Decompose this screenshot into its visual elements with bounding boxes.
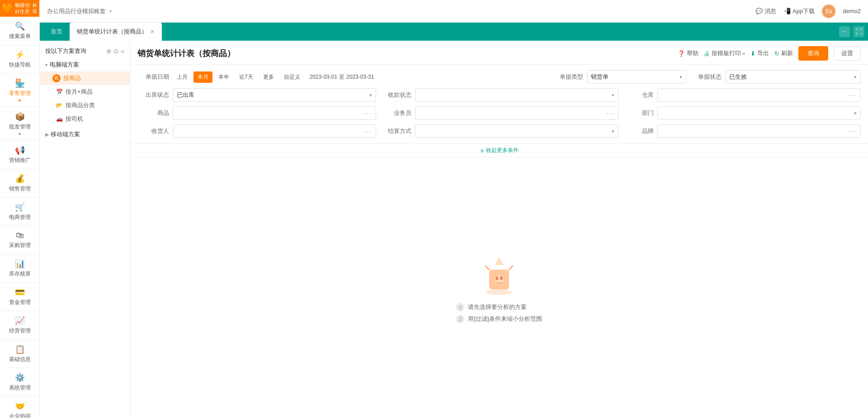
edit-plan-icon[interactable]: ⊙ bbox=[113, 48, 119, 55]
query-button[interactable]: 查询 bbox=[798, 46, 828, 61]
breadcrumb-dropdown-icon[interactable]: ▾ bbox=[109, 9, 112, 14]
sidebar: 🧡 畅捷信好生意 标版 🔍 搜索菜单 ⚡ 快捷导航 🏪 零售管理 ▲ 📦 批发管… bbox=[0, 0, 40, 418]
operation-icon: 📈 bbox=[15, 316, 25, 326]
top-header: 办公用品行业模拟账套 ▾ 💬 消息 📲 App下载 Ea demo2 bbox=[40, 0, 868, 23]
tab-close-icon[interactable]: ✕ bbox=[150, 28, 155, 35]
sidebar-item-retail[interactable]: 🏪 零售管理 ▲ bbox=[0, 74, 39, 107]
sidebar-item-inventory[interactable]: 📊 库存核算 bbox=[0, 254, 39, 283]
page-header: 销货单统计计表（按商品） ❓ 帮助 🖨 按模板打印 ▾ ⬇ 导出 bbox=[130, 41, 868, 65]
sidebar-item-ecommerce[interactable]: 🛒 电商管理 bbox=[0, 198, 39, 226]
export-btn[interactable]: ⬇ 导出 bbox=[750, 49, 769, 57]
refresh-btn[interactable]: ↻ 刷新 bbox=[774, 49, 793, 57]
doc-type-select[interactable]: 销货单 ▾ bbox=[587, 70, 686, 84]
goods-input[interactable]: ··· bbox=[173, 106, 376, 120]
svg-point-4 bbox=[495, 276, 498, 280]
date-btn-more[interactable]: 更多 bbox=[259, 71, 278, 83]
plan-subitem-driver[interactable]: 🚗 按司机 bbox=[40, 112, 130, 126]
sidebar-item-quicknav[interactable]: ⚡ 快捷导航 bbox=[0, 45, 39, 74]
plan-subitem-goods-category[interactable]: 📂 按商品分类 bbox=[40, 99, 130, 112]
date-btn-thisyear[interactable]: 本年 bbox=[214, 71, 233, 83]
sidebar-item-sales[interactable]: 💰 销售管理 bbox=[0, 169, 39, 198]
doc-status-label: 单据状态 bbox=[690, 73, 722, 81]
svg-line-6 bbox=[486, 266, 489, 270]
dept-select[interactable]: ▾ bbox=[657, 106, 861, 120]
subitem-icon-month: 📅 bbox=[56, 89, 63, 95]
sidebar-logo: 🧡 畅捷信好生意 标版 bbox=[0, 0, 39, 17]
desktop-group-header[interactable]: ▾ 电脑端方案 bbox=[40, 58, 130, 71]
filter-row-1: 单据日期 上月 本月 本年 近7天 更多 自定义 2023-03-01 至 20… bbox=[137, 70, 861, 84]
refresh-icon: ↻ bbox=[774, 50, 779, 57]
svg-point-0 bbox=[486, 290, 513, 295]
sidebar-item-operation[interactable]: 📈 经营管理 bbox=[0, 311, 39, 340]
tab-sales-stats[interactable]: 销货单统计计表（按商品） ✕ bbox=[70, 23, 162, 41]
page-actions: ❓ 帮助 🖨 按模板打印 ▾ ⬇ 导出 ↻ 刷新 bbox=[678, 46, 861, 61]
settings-button[interactable]: 设置 bbox=[834, 46, 861, 61]
sidebar-item-finance[interactable]: 💳 资金管理 bbox=[0, 283, 39, 311]
tab-maximize-btn[interactable]: ⛶ bbox=[854, 26, 864, 37]
out-status-label: 出库状态 bbox=[137, 91, 169, 99]
collapse-bar[interactable]: ∧ 收起更多条件 bbox=[130, 144, 868, 157]
svg-line-7 bbox=[509, 266, 513, 270]
tab-minimize-btn[interactable]: － bbox=[839, 26, 850, 37]
plan-subitem-month-goods[interactable]: 📅 按月+商品 bbox=[40, 85, 130, 99]
brand-input[interactable]: ··· bbox=[657, 124, 861, 138]
date-btn-7days[interactable]: 近7天 bbox=[235, 71, 257, 83]
content-area: 按以下方案查询 ⊕ ⊙ « ▾ 电脑端方案 商 按商品 📅 按 bbox=[40, 41, 868, 418]
retail-icon: 🏪 bbox=[15, 78, 25, 88]
add-plan-icon[interactable]: ⊕ bbox=[106, 48, 112, 55]
quicknav-icon: ⚡ bbox=[15, 50, 25, 60]
date-btn-lastmonth[interactable]: 上月 bbox=[173, 71, 192, 83]
date-input-range: 2023-03-01 至 2023-03-31 bbox=[310, 73, 374, 81]
message-btn[interactable]: 💬 消息 bbox=[755, 7, 776, 15]
help-icon: ❓ bbox=[678, 50, 685, 57]
doc-status-select[interactable]: 已生效 ▾ bbox=[725, 70, 861, 84]
filter-area: 单据日期 上月 本月 本年 近7天 更多 自定义 2023-03-01 至 20… bbox=[130, 65, 868, 144]
settle-select[interactable]: ▾ bbox=[415, 124, 618, 138]
date-to: 2023-03-31 bbox=[346, 74, 374, 80]
help-btn[interactable]: ❓ 帮助 bbox=[678, 49, 698, 57]
collapse-icon: ∧ bbox=[480, 147, 484, 154]
enterprise-icon: 🤝 bbox=[15, 401, 25, 411]
left-panel: 按以下方案查询 ⊕ ⊙ « ▾ 电脑端方案 商 按商品 📅 按 bbox=[40, 41, 130, 418]
main-area: 办公用品行业模拟账套 ▾ 💬 消息 📲 App下载 Ea demo2 首页 销货… bbox=[40, 0, 868, 418]
salesman-input[interactable]: ··· bbox=[415, 106, 618, 120]
print-btn[interactable]: 🖨 按模板打印 ▾ bbox=[704, 49, 745, 57]
goods-label: 商品 bbox=[137, 109, 169, 117]
recv-status-arrow-icon: ▾ bbox=[612, 92, 614, 98]
empty-step-1: 1 请先选择要分析的方案 bbox=[456, 303, 542, 311]
sidebar-item-marketing[interactable]: 📢 营销推广 bbox=[0, 141, 39, 169]
empty-text: 1 请先选择要分析的方案 2 用[过滤]条件来缩小分析范围 bbox=[456, 303, 542, 323]
sidebar-item-wholesale[interactable]: 📦 批发管理 ▲ bbox=[0, 107, 39, 141]
doc-status-value: 已生效 bbox=[729, 73, 747, 81]
wholesale-icon: 📦 bbox=[15, 112, 25, 122]
sidebar-item-purchase[interactable]: 🛍 采购管理 bbox=[0, 226, 39, 254]
mobile-group-header[interactable]: ▶ 移动端方案 bbox=[40, 128, 130, 141]
system-icon: ⚙️ bbox=[15, 373, 25, 383]
sidebar-item-system[interactable]: ⚙️ 系统管理 bbox=[0, 368, 39, 397]
sidebar-item-search[interactable]: 🔍 搜索菜单 bbox=[0, 17, 39, 45]
page-title: 销货单统计计表（按商品） bbox=[137, 48, 235, 59]
date-from: 2023-03-01 bbox=[310, 74, 337, 80]
app-download-btn[interactable]: 📲 App下载 bbox=[783, 7, 815, 15]
plan-item-by-goods[interactable]: 商 按商品 bbox=[40, 71, 130, 85]
tab-home[interactable]: 首页 bbox=[43, 23, 70, 41]
sidebar-item-enterprise[interactable]: 🤝 企业协同 bbox=[0, 397, 39, 418]
basic-icon: 📋 bbox=[15, 344, 25, 354]
avatar[interactable]: Ea bbox=[822, 5, 835, 18]
warehouse-input[interactable]: ··· bbox=[657, 88, 861, 102]
consignee-input[interactable]: ··· bbox=[173, 124, 376, 138]
breadcrumb-text: 办公用品行业模拟账套 bbox=[47, 7, 106, 15]
date-btn-custom[interactable]: 自定义 bbox=[280, 71, 304, 83]
recv-status-select[interactable]: ▾ bbox=[415, 88, 618, 102]
sidebar-item-basic[interactable]: 📋 基础信息 bbox=[0, 340, 39, 368]
doc-type-value: 销货单 bbox=[591, 73, 609, 81]
tab-bar: 首页 销货单统计计表（按商品） ✕ － ⛶ bbox=[40, 23, 868, 41]
date-btn-thismonth[interactable]: 本月 bbox=[193, 71, 212, 83]
right-panel: 销货单统计计表（按商品） ❓ 帮助 🖨 按模板打印 ▾ ⬇ 导出 bbox=[130, 41, 868, 418]
step-num-2: 2 bbox=[456, 315, 464, 323]
out-status-select[interactable]: 已出库 ▾ bbox=[173, 88, 376, 102]
salesman-label: 业务员 bbox=[380, 109, 411, 117]
collapse-panel-icon[interactable]: « bbox=[121, 48, 124, 55]
dept-label: 部门 bbox=[622, 109, 654, 117]
brand-label: 品牌 bbox=[622, 127, 654, 135]
